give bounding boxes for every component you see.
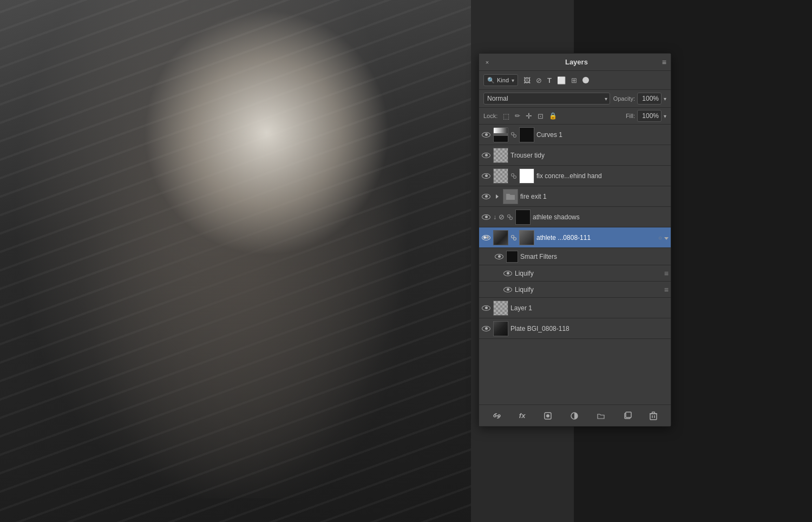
smart-filters-row[interactable]: Smart Filters	[479, 248, 671, 265]
layer-chain-icon	[507, 213, 513, 221]
layer-name: Plate BGI_0808-118	[510, 325, 669, 332]
visibility-toggle[interactable]	[494, 252, 504, 262]
panel-menu-button[interactable]: ≡	[662, 58, 666, 67]
kind-dropdown-arrow: ▾	[512, 77, 514, 83]
opacity-input[interactable]	[637, 93, 662, 105]
visibility-toggle[interactable]	[481, 324, 491, 334]
layer-name: athlete shadows	[533, 213, 669, 221]
layer-row[interactable]: Trouser tidy	[479, 145, 671, 166]
opacity-arrow: ▾	[664, 96, 666, 102]
smart-object-badge: ○	[658, 234, 662, 241]
adjustment-filter-icon[interactable]: ⊘	[535, 76, 543, 85]
layer-thumbnail	[493, 301, 508, 316]
fill-control: Fill: ▾	[626, 110, 666, 122]
fx-icon[interactable]: fx	[517, 410, 528, 421]
blend-opacity-bar: Normal Dissolve Darken Multiply Screen O…	[479, 90, 671, 108]
svg-point-9	[494, 415, 496, 417]
svg-point-4	[514, 175, 516, 178]
layer-thumbnail	[493, 230, 508, 245]
new-layer-icon[interactable]	[621, 410, 634, 421]
layer-chain-icon	[510, 234, 517, 242]
layer-row[interactable]: Layer 1	[479, 298, 671, 318]
eye-icon	[503, 271, 512, 276]
liquify-filter-row-2[interactable]: Liquify ≡	[479, 282, 671, 298]
create-group-icon[interactable]	[594, 410, 607, 421]
lock-image-icon[interactable]: ✏	[514, 112, 521, 120]
fill-input[interactable]	[637, 110, 662, 122]
eye-icon	[482, 305, 490, 311]
layer-thumbnail	[493, 127, 508, 142]
filter-bar: 🔍 Kind ▾ 🖼 ⊘ T ⬜ ⊞	[479, 71, 671, 90]
layer-thumbnail	[493, 321, 508, 336]
opacity-label: Opacity:	[613, 95, 635, 102]
filter-settings-icon[interactable]: ≡	[664, 269, 669, 278]
panel-titlebar: × Layers ≡	[479, 54, 671, 71]
svg-point-3	[512, 173, 514, 176]
layer-thumbnail	[493, 168, 508, 184]
adjustment-layer-icon[interactable]	[568, 410, 581, 421]
eye-icon	[503, 287, 512, 292]
lock-transparent-icon[interactable]: ⬚	[502, 112, 510, 121]
svg-point-7	[512, 235, 514, 238]
image-filter-icon[interactable]: 🖼	[522, 76, 532, 85]
panel-footer: fx	[479, 404, 671, 426]
eye-icon	[482, 194, 490, 199]
visibility-toggle[interactable]	[481, 130, 491, 140]
eye-icon	[482, 214, 490, 220]
filter-type-icons: 🖼 ⊘ T ⬜ ⊞	[522, 76, 578, 85]
layer-row[interactable]: Curves 1	[479, 125, 671, 145]
filter-name: Liquify	[515, 270, 662, 277]
layer-name: fix concre...ehind hand	[536, 172, 669, 180]
visibility-toggle[interactable]	[481, 192, 491, 201]
eye-icon	[482, 235, 490, 240]
expand-arrow	[496, 194, 499, 199]
layer-row[interactable]: Plate BGI_0808-118	[479, 318, 671, 339]
svg-point-5	[508, 214, 510, 217]
layer-name: athlete ...0808-111	[536, 234, 656, 242]
collapse-arrow	[664, 237, 669, 240]
lock-position-icon[interactable]: ✛	[525, 111, 533, 121]
eye-icon	[482, 153, 490, 158]
lock-all-icon[interactable]: 🔒	[548, 112, 558, 120]
delete-layer-icon[interactable]	[647, 410, 659, 421]
visibility-toggle[interactable]	[481, 151, 491, 160]
visibility-toggle[interactable]	[503, 269, 513, 278]
layer-name: Curves 1	[536, 131, 669, 139]
visibility-toggle[interactable]	[481, 303, 491, 313]
visibility-toggle[interactable]	[481, 212, 491, 222]
visibility-toggle[interactable]	[503, 285, 513, 295]
blend-mode-select[interactable]: Normal Dissolve Darken Multiply Screen O…	[483, 93, 610, 105]
smart-filter-thumbnail	[506, 251, 518, 263]
eye-icon	[482, 132, 490, 138]
type-filter-icon[interactable]: T	[546, 76, 553, 85]
fill-arrow: ▾	[664, 113, 666, 119]
layer-thumbnail	[493, 148, 508, 163]
lock-label: Lock:	[483, 113, 497, 119]
visibility-toggle[interactable]	[481, 171, 491, 181]
layer-row[interactable]: fire exit 1	[479, 186, 671, 207]
layer-row[interactable]: fix concre...ehind hand	[479, 166, 671, 186]
filter-settings-icon-2[interactable]: ≡	[664, 285, 669, 294]
kind-select[interactable]: Kind	[497, 77, 509, 83]
layer-collapse-button[interactable]	[664, 234, 669, 241]
layer-row[interactable]: athlete ...0808-111 ○	[479, 227, 671, 248]
layers-panel: × Layers ≡ 🔍 Kind ▾ 🖼 ⊘ T ⬜ ⊞ Normal Dis…	[479, 53, 671, 427]
lock-fill-bar: Lock: ⬚ ✏ ✛ ⊡ 🔒 Fill: ▾	[479, 108, 671, 125]
add-mask-icon[interactable]	[541, 410, 554, 421]
panel-close-button[interactable]: ×	[483, 58, 491, 66]
link-layers-icon[interactable]	[490, 410, 503, 421]
adjustment-icon: ⊘	[499, 213, 505, 221]
shape-filter-icon[interactable]: ⬜	[556, 76, 567, 85]
eye-icon	[482, 326, 490, 331]
opacity-control: Opacity: ▾	[613, 93, 666, 105]
liquify-filter-row[interactable]: Liquify ≡	[479, 265, 671, 282]
kind-filter-dropdown[interactable]: 🔍 Kind ▾	[483, 74, 518, 86]
filter-dot	[582, 77, 589, 83]
group-expand-icon[interactable]	[493, 193, 501, 200]
visibility-toggle[interactable]	[481, 233, 491, 243]
lock-artboard-icon[interactable]: ⊡	[536, 112, 545, 121]
smart-filters-label: Smart Filters	[520, 253, 669, 260]
layer-row[interactable]: ↓ ⊘ athlete shadows	[479, 207, 671, 227]
smart-object-filter-icon[interactable]: ⊞	[570, 76, 578, 85]
layer-mask-thumbnail	[519, 127, 534, 142]
